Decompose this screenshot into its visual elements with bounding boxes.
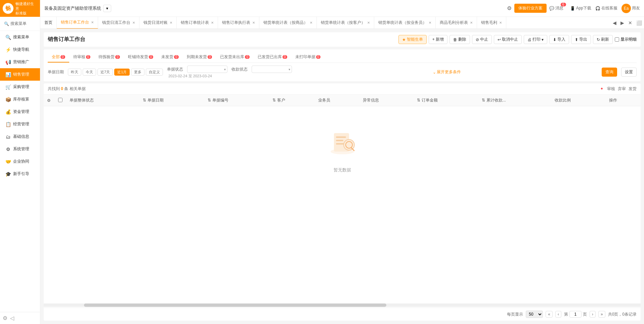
- col-date[interactable]: ⇅ 单据日期: [139, 95, 204, 106]
- col-operation: 操作: [606, 95, 641, 106]
- trial-btn[interactable]: 体验行业方案: [514, 4, 547, 13]
- tab-close-sales-exec[interactable]: ✕: [252, 21, 255, 25]
- tab-gross-profit[interactable]: 商品毛利分析表✕: [436, 17, 477, 29]
- page-input[interactable]: [569, 311, 582, 318]
- sidebar-item-system[interactable]: ⚙系统管理: [0, 143, 40, 155]
- topbar-dropdown-button[interactable]: ▾: [103, 5, 111, 12]
- tab-close-all-button[interactable]: ✕: [626, 17, 634, 29]
- ship-button[interactable]: 发货: [629, 86, 637, 92]
- payment-select[interactable]: [252, 66, 292, 73]
- date-filter-7days[interactable]: 近7天: [97, 69, 113, 76]
- show-detail-checkbox[interactable]: [615, 37, 619, 42]
- col-collected[interactable]: ⇅ 累计收款...: [478, 95, 551, 106]
- collapse-button[interactable]: ◁: [10, 315, 14, 321]
- tab-maximize-button[interactable]: ⬜: [634, 17, 644, 29]
- approve-button[interactable]: 审核: [607, 86, 615, 92]
- filter-tab-pending-check[interactable]: 待拣验货0: [94, 52, 124, 63]
- search-menu-button[interactable]: 🔍 搜索菜单: [3, 19, 37, 28]
- print-button[interactable]: 🖨 打印 ▾: [524, 35, 547, 44]
- per-page-select[interactable]: 50 10 20 100: [526, 311, 543, 318]
- sidebar-item-sales[interactable]: 📊销售管理: [0, 68, 40, 81]
- tab-close-sales-workbench[interactable]: ✕: [91, 21, 94, 24]
- tab-close-sales-customer[interactable]: ✕: [367, 21, 370, 25]
- select-all-checkbox[interactable]: [58, 98, 62, 102]
- app-download-button[interactable]: 📱 App下载: [570, 5, 591, 11]
- refresh-button[interactable]: ↻ 刷新: [593, 35, 613, 44]
- unapprove-button[interactable]: 弃审: [618, 86, 626, 92]
- content-area: 销售订单工作台 ★ 智能生单 + 新增 🗑 删除 ⊘ 中止 ↩ 取消中止: [40, 29, 644, 324]
- filter-tab-pending[interactable]: 待审核0: [69, 52, 95, 63]
- sidebar-item-label-guide: 新手引导: [13, 171, 29, 177]
- date-filter-yesterday[interactable]: 昨天: [68, 69, 81, 76]
- scroll-thumb[interactable]: [84, 303, 386, 307]
- online-service-button[interactable]: 🎧 在线客服: [595, 5, 617, 11]
- expand-filter-button[interactable]: ⌄ 展开更多条件: [433, 69, 461, 75]
- cancel-stop-button[interactable]: ↩ 取消中止: [494, 35, 522, 44]
- col-customer[interactable]: ⇅ 客户: [269, 95, 315, 106]
- tab-cash-daily[interactable]: 钱货日清工作台✕: [98, 17, 139, 29]
- filter-tab-shipped-out[interactable]: 已发货已出库0: [254, 52, 291, 63]
- tab-close-cash-reconcile[interactable]: ✕: [170, 21, 172, 25]
- add-button[interactable]: + 新增: [429, 35, 447, 44]
- tab-sales-staff[interactable]: 销货单统计表（按业务员）✕: [374, 17, 436, 29]
- tab-close-sales-product[interactable]: ✕: [310, 21, 312, 25]
- tab-home[interactable]: 首页: [40, 17, 57, 29]
- filter-tab-all[interactable]: 全部0: [48, 52, 69, 63]
- tab-sales-revenue[interactable]: 销售毛利✕: [477, 17, 506, 29]
- sidebar-item-search[interactable]: 🔍搜索菜单: [0, 31, 40, 43]
- import-button[interactable]: ⬇ 导入: [549, 35, 569, 44]
- date-filter-today[interactable]: 今天: [83, 69, 96, 76]
- last-page-button[interactable]: »: [598, 311, 605, 318]
- tab-sales-stats[interactable]: 销售订单统计表✕: [177, 17, 218, 29]
- sidebar-item-basic[interactable]: 🗂基础信息: [0, 130, 40, 143]
- filter-tab-shipped-in[interactable]: 已发货未出库0: [216, 52, 254, 63]
- topbar-gear-button[interactable]: ⚙: [507, 5, 512, 11]
- message-button[interactable]: 💬 消息 6: [549, 5, 563, 11]
- prev-page-button[interactable]: ‹: [555, 311, 561, 318]
- col-amount[interactable]: ⇅ 订单金额: [414, 95, 478, 106]
- tab-sales-customer[interactable]: 销货单统计表（按客户）✕: [317, 17, 374, 29]
- delete-button[interactable]: 🗑 删除: [449, 35, 470, 44]
- tab-close-sales-staff[interactable]: ✕: [429, 21, 431, 25]
- filter-tab-not-shipped[interactable]: 未发货0: [157, 52, 183, 63]
- sidebar-item-enterprise[interactable]: 🤝企业协同: [0, 155, 40, 168]
- tab-sales-product[interactable]: 销货单统计表（按商品）✕: [259, 17, 317, 29]
- tab-sales-exec[interactable]: 销售订单执行表✕: [218, 17, 259, 29]
- status-select[interactable]: [187, 66, 227, 73]
- tab-cash-reconcile[interactable]: 钱货日清对账✕: [139, 17, 177, 29]
- tab-scroll-left-button[interactable]: ◀: [611, 17, 618, 29]
- sidebar-item-guide[interactable]: 🎓新手引导: [0, 168, 40, 180]
- show-detail-toggle[interactable]: 显示明细: [615, 37, 637, 42]
- user-menu-button[interactable]: Ea 用友: [621, 4, 640, 13]
- filter-tab-overdue[interactable]: 到期未发货0: [183, 52, 216, 63]
- date-filter-custom[interactable]: 自定义: [146, 69, 163, 76]
- tab-close-sales-stats[interactable]: ✕: [211, 21, 214, 25]
- settings-button[interactable]: ⚙: [3, 315, 7, 321]
- tab-close-cash-daily[interactable]: ✕: [132, 21, 135, 25]
- tab-sales-workbench[interactable]: 销售订单工作台✕: [57, 17, 98, 29]
- nav-icon-sales: 📊: [5, 72, 11, 77]
- date-filter-1month[interactable]: 近1月: [114, 69, 130, 76]
- search-button[interactable]: 查询: [602, 68, 617, 77]
- settings-filter-button[interactable]: 设置: [621, 68, 637, 77]
- sidebar-item-finance[interactable]: 💰资金管理: [0, 106, 40, 118]
- sidebar-item-quick[interactable]: ⚡快捷导航: [0, 43, 40, 56]
- stop-button[interactable]: ⊘ 中止: [472, 35, 492, 44]
- star-icon: ★: [402, 37, 406, 42]
- horizontal-scrollbar[interactable]: [44, 303, 641, 307]
- col-number[interactable]: ⇅ 单据编号: [204, 95, 269, 106]
- sidebar-item-purchase[interactable]: 🛒采购管理: [0, 81, 40, 93]
- export-button[interactable]: ⬆ 导出: [571, 35, 591, 44]
- tab-close-sales-revenue[interactable]: ✕: [499, 21, 502, 25]
- next-page-button[interactable]: ›: [590, 311, 596, 318]
- sidebar-item-operations[interactable]: 📋经营管理: [0, 118, 40, 130]
- filter-tab-unprinted[interactable]: 未打印单据0: [291, 52, 325, 63]
- tab-scroll-right-button[interactable]: ▶: [618, 17, 626, 29]
- sidebar-item-marketing[interactable]: 📢营销推广: [0, 56, 40, 68]
- tab-close-gross-profit[interactable]: ✕: [470, 21, 473, 25]
- sidebar-item-inventory[interactable]: 📦库存核算: [0, 93, 40, 106]
- date-filter-more[interactable]: 更多: [131, 69, 144, 76]
- first-page-button[interactable]: «: [546, 311, 553, 318]
- filter-tab-wangpu[interactable]: 旺铺待发货0: [124, 52, 158, 63]
- smart-create-button[interactable]: ★ 智能生单: [398, 35, 427, 44]
